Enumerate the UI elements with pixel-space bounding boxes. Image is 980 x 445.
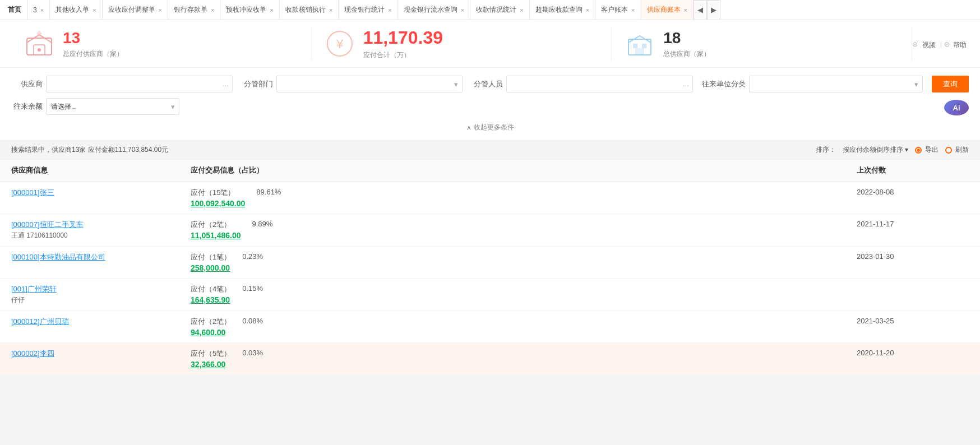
nav-tab-collect-verify-close[interactable]: × bbox=[329, 7, 332, 13]
nav-tab-cash-bank-flow[interactable]: 现金银行流水查询 × bbox=[398, 0, 470, 20]
refresh-button[interactable]: 刷新 bbox=[945, 145, 969, 155]
nav-tab-cash-bank-stat-label: 现金银行统计 bbox=[344, 5, 385, 15]
stat-label-total-suppliers: 总供应商（家） bbox=[663, 49, 710, 59]
supplier-sub-r2: 王通 17106110000 bbox=[11, 231, 191, 240]
export-button[interactable]: 导出 bbox=[915, 145, 939, 155]
nav-tab-ap-adjust[interactable]: 应收应付调整单 × bbox=[103, 0, 168, 20]
top-right-links: ⊙ 视频 | ⊙ 帮助 bbox=[912, 38, 969, 50]
nav-tab-home[interactable]: 首页 bbox=[2, 0, 27, 20]
pct-r6: 0.03% bbox=[242, 349, 263, 357]
stat-content-ap-total: 11,170.39 应付合计（万） bbox=[363, 27, 443, 60]
nav-tab-collect-verify[interactable]: 收款核销执行 × bbox=[280, 0, 339, 20]
svg-rect-8 bbox=[642, 44, 646, 48]
transaction-info-r5: 应付（2笔） 94,600.00 0.08% bbox=[191, 317, 857, 337]
nav-tab-cash-bank-stat-close[interactable]: × bbox=[388, 7, 391, 13]
table-row: [000007]恒旺二手叉车 王通 17106110000 应付（2笔） 11,… bbox=[0, 214, 980, 247]
stat-content-total-suppliers: 18 总供应商（家） bbox=[663, 29, 710, 59]
transaction-info-r3: 应付（1笔） 258,000.00 0.23% bbox=[191, 252, 857, 272]
nav-tab-customer-account[interactable]: 客户账本 × bbox=[595, 0, 641, 20]
lastpay-cell-r1: 2022-08-08 bbox=[857, 188, 969, 196]
stat-label-ap-suppliers: 总应付供应商（家） bbox=[63, 49, 123, 59]
stat-number-ap-suppliers: 13 bbox=[63, 29, 123, 47]
nav-tab-3[interactable]: 3 × bbox=[27, 0, 50, 20]
nav-tab-advance-collect-close[interactable]: × bbox=[270, 7, 273, 13]
person-input[interactable] bbox=[506, 76, 693, 92]
amount-link-r3[interactable]: 258,000.00 bbox=[191, 263, 231, 272]
category-select[interactable] bbox=[749, 76, 923, 92]
supplier-link-r5[interactable]: [000012]广州贝瑞 bbox=[11, 317, 69, 326]
collapse-button[interactable]: ∧ 收起更多条件 bbox=[11, 120, 969, 135]
nav-tab-bank-deposit-close[interactable]: × bbox=[211, 7, 214, 13]
balance-select[interactable]: 请选择... bbox=[46, 98, 179, 115]
table-header: 供应商信息 应付交易信息（占比） 上次付数 bbox=[0, 160, 980, 182]
amount-link-r5[interactable]: 94,600.00 bbox=[191, 328, 231, 337]
nav-tab-advance-collect[interactable]: 预收冲应收单 × bbox=[220, 0, 279, 20]
nav-tab-other-income-close[interactable]: × bbox=[93, 7, 96, 13]
search-area: 供应商 … 分管部门 ▾ 分管人员 … 往来单位 bbox=[0, 68, 980, 141]
table-row: [000100]本特勤油品有限公司 应付（1笔） 258,000.00 0.23… bbox=[0, 247, 980, 279]
export-label: 导出 bbox=[925, 145, 939, 155]
nav-tab-3-label: 3 bbox=[33, 6, 37, 14]
supplier-link-r3[interactable]: [000100]本特勤油品有限公司 bbox=[11, 253, 105, 261]
nav-tab-customer-account-label: 客户账本 bbox=[601, 5, 628, 15]
amount-link-r2[interactable]: 11,051,486.00 bbox=[191, 231, 241, 240]
pct-r5: 0.08% bbox=[242, 317, 263, 325]
nav-tab-ap-adjust-close[interactable]: × bbox=[159, 7, 162, 13]
search-button[interactable]: 查询 bbox=[932, 76, 969, 92]
nav-tab-collect-stat-label: 收款情况统计 bbox=[476, 5, 516, 15]
supplier-link-r1[interactable]: [000001]张三 bbox=[11, 188, 54, 197]
ai-button[interactable]: Ai bbox=[944, 100, 969, 115]
amount-link-r6[interactable]: 32,366.00 bbox=[191, 360, 231, 369]
supplier-input[interactable] bbox=[46, 76, 233, 92]
supplier-link-r2[interactable]: [000007]恒旺二手叉车 bbox=[11, 220, 84, 229]
nav-tab-bank-deposit[interactable]: 银行存款单 × bbox=[168, 0, 220, 20]
nav-tab-cash-bank-flow-close[interactable]: × bbox=[461, 7, 464, 13]
amount-link-r4[interactable]: 164,635.90 bbox=[191, 295, 231, 304]
nav-tab-collect-stat[interactable]: 收款情况统计 × bbox=[470, 0, 529, 20]
transaction-detail-r4: 应付（4笔） 164,635.90 bbox=[191, 284, 231, 304]
amount-link-r1[interactable]: 100,092,540.00 bbox=[191, 199, 245, 208]
nav-tab-customer-account-close[interactable]: × bbox=[631, 7, 635, 13]
pct-r2: 9.89% bbox=[252, 220, 273, 228]
transaction-info-r2: 应付（2笔） 11,051,486.00 9.89% bbox=[191, 220, 857, 240]
nav-tab-overdue-collect-close[interactable]: × bbox=[586, 7, 589, 13]
nav-tab-supplier-account-close[interactable]: × bbox=[684, 7, 687, 13]
video-link[interactable]: 视频 bbox=[922, 40, 936, 50]
nav-tab-supplier-account[interactable]: 供应商账本 × bbox=[641, 0, 694, 20]
top-navigation: 首页 3 × 其他收入单 × 应收应付调整单 × 银行存款单 × 预收冲应收单 … bbox=[0, 0, 980, 20]
dept-select-wrap: ▾ bbox=[276, 76, 463, 92]
nav-arrow-left[interactable]: ◀ bbox=[694, 0, 707, 20]
svg-point-2 bbox=[38, 48, 41, 52]
balance-label: 往来余额 bbox=[11, 101, 43, 112]
stats-bar: 13 总应付供应商（家） ¥ 11,170.39 应付合计（万） bbox=[0, 20, 980, 68]
dept-field: 分管部门 ▾ bbox=[242, 76, 463, 92]
category-select-wrap: ▾ bbox=[749, 76, 923, 92]
stat-block-ap-suppliers: 13 总应付供应商（家） bbox=[11, 27, 312, 61]
supplier-field: 供应商 … bbox=[11, 76, 233, 92]
dept-select[interactable] bbox=[276, 76, 463, 92]
nav-tab-overdue-collect[interactable]: 超期应收款查询 × bbox=[530, 0, 595, 20]
result-bar-right: 排序： 按应付余额倒序排序 ▾ 导出 刷新 bbox=[816, 145, 969, 155]
nav-arrow-right[interactable]: ▶ bbox=[707, 0, 720, 20]
transaction-detail-r6: 应付（5笔） 32,366.00 bbox=[191, 349, 231, 369]
person-label: 分管人员 bbox=[471, 79, 503, 89]
svg-text:¥: ¥ bbox=[336, 37, 344, 51]
transaction-detail-r2: 应付（2笔） 11,051,486.00 bbox=[191, 220, 241, 240]
nav-tab-other-income[interactable]: 其他收入单 × bbox=[50, 0, 102, 20]
sort-value[interactable]: 按应付余额倒序排序 ▾ bbox=[843, 145, 908, 155]
svg-rect-7 bbox=[633, 44, 637, 48]
col-header-supplier: 供应商信息 bbox=[11, 165, 191, 175]
nav-tab-3-close[interactable]: × bbox=[40, 7, 44, 13]
nav-tab-cash-bank-stat[interactable]: 现金银行统计 × bbox=[339, 0, 397, 20]
cash-icon: ¥ bbox=[323, 27, 357, 61]
nav-tab-advance-collect-label: 预收冲应收单 bbox=[226, 5, 266, 15]
supplier-link-r6[interactable]: [000002]李四 bbox=[11, 349, 54, 358]
nav-tab-collect-stat-close[interactable]: × bbox=[520, 7, 523, 13]
help-link[interactable]: 帮助 bbox=[953, 40, 967, 50]
supplier-link-r4[interactable]: [001]广州荣轩 bbox=[11, 285, 57, 293]
ap-label-r5: 应付（2笔） bbox=[191, 317, 231, 326]
ap-label-r4: 应付（4笔） bbox=[191, 285, 231, 293]
table-row: [000012]广州贝瑞 应付（2笔） 94,600.00 0.08% 2021… bbox=[0, 311, 980, 343]
last-pay-date-r1: 2022-08-08 bbox=[857, 188, 894, 196]
nav-tab-home-label: 首页 bbox=[8, 5, 21, 15]
